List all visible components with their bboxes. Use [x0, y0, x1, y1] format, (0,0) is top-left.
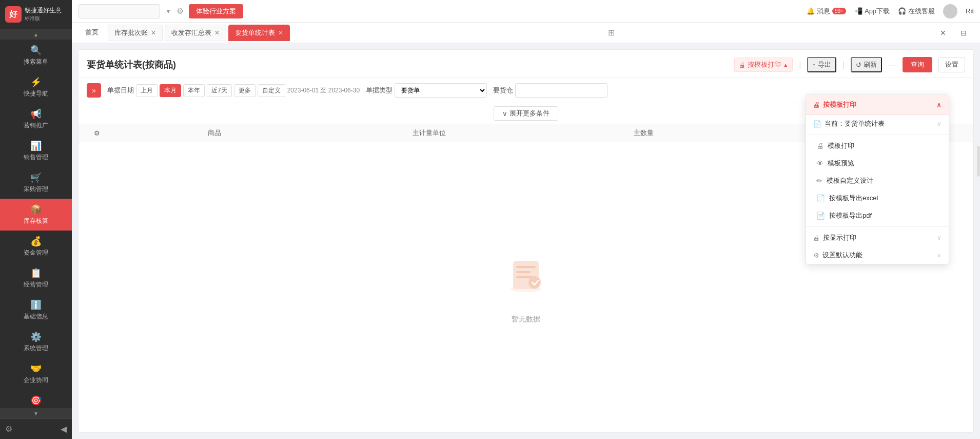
- display-print-chevron: ∨: [937, 234, 942, 241]
- print-display-print-section[interactable]: 🖨 按显示打印 ∨: [806, 229, 949, 246]
- print-template-export-excel-item[interactable]: 📄 按模板导出excel: [806, 189, 949, 207]
- notifications-item[interactable]: 🔔 消息 99+: [807, 7, 846, 16]
- sidebar-item-purchase[interactable]: 🛒 采购管理: [0, 167, 72, 199]
- tab-collection-summary[interactable]: 收发存汇总表 ✕: [165, 25, 226, 41]
- window-maximize-btn[interactable]: ⊟: [953, 23, 974, 43]
- tab-home[interactable]: 首页: [78, 25, 106, 41]
- empty-text: 暂无数据: [512, 315, 540, 324]
- sidebar-item-search[interactable]: 🔍 搜索菜单: [0, 40, 72, 71]
- date-this-month-btn[interactable]: 本月: [160, 84, 181, 97]
- page-header-actions: 🖨 按模板打印 ▲ | ↑ 导出 | ↺ 刷新 ⋯ 查询: [734, 57, 965, 72]
- divider-2: [806, 226, 949, 227]
- sidebar-item-operations[interactable]: 📋 经营管理: [0, 262, 72, 294]
- tab-inventory-batch[interactable]: 库存批次账 ✕: [108, 25, 163, 41]
- username-label: Rit: [966, 7, 974, 15]
- print-dropdown-collapse-icon[interactable]: ∧: [936, 101, 942, 109]
- category-label: 要货仓: [493, 86, 513, 95]
- trial-btn[interactable]: 体验行业方案: [189, 4, 243, 18]
- filter-order-type: 单据类型 要货单: [366, 83, 487, 98]
- template-export-excel-icon: 📄: [816, 194, 825, 202]
- print-dropdown-chevron[interactable]: ▲: [783, 62, 788, 68]
- sidebar-nav: 🔍 搜索菜单 ⚡ 快捷导航 📢 营销推广 📊 销售管理 🛒 采购管理 📦 库存核…: [0, 40, 72, 408]
- sidebar-item-marketing[interactable]: 📢 营销推广: [0, 103, 72, 135]
- topbar-dropdown-icon[interactable]: ▼: [165, 8, 171, 15]
- tab-close-collection-summary[interactable]: ✕: [214, 29, 220, 36]
- svg-point-5: [528, 276, 541, 289]
- date-7days-btn[interactable]: 近7天: [207, 84, 232, 97]
- content-area: 要货单统计表(按商品) 🖨 按模板打印 ▲ | ↑ 导出 | ↺: [72, 43, 980, 439]
- resize-handle[interactable]: [977, 146, 980, 177]
- date-range-display: 2023-06-01 至 2023-06-30: [287, 86, 360, 95]
- online-service-item[interactable]: 🎧 在线客服: [898, 7, 935, 16]
- clipboard-icon: 📋: [30, 268, 42, 279]
- filter-expand-btn[interactable]: »: [87, 83, 101, 98]
- lightning-icon: ⚡: [30, 77, 42, 88]
- sidebar-item-quick-nav[interactable]: ⚡ 快捷导航: [0, 71, 72, 103]
- settings-bottom-icon[interactable]: ⚙: [5, 424, 12, 434]
- sidebar-scroll-down[interactable]: ▼: [0, 408, 72, 418]
- sidebar-scroll-up[interactable]: ▲: [0, 29, 72, 40]
- print-template-export-pdf-item[interactable]: 📄 按模板导出pdf: [806, 207, 949, 224]
- sidebar-item-sales[interactable]: 📊 销售管理: [0, 135, 72, 167]
- gear-icon: ⚙️: [30, 331, 42, 342]
- print-template-print-item[interactable]: 🖨 模板打印: [806, 137, 949, 155]
- empty-illustration: [503, 251, 549, 297]
- svg-rect-3: [516, 271, 531, 273]
- topbar-right: 🔔 消息 99+ 📲 App下载 🎧 在线客服 Rit: [807, 4, 974, 18]
- date-custom-btn[interactable]: 自定义: [258, 84, 285, 97]
- date-more-btn[interactable]: 更多: [234, 84, 256, 97]
- category-input[interactable]: [515, 83, 607, 98]
- order-type-select[interactable]: 要货单: [395, 83, 487, 98]
- sidebar-logo: 好 畅捷通好生意 标准版: [0, 0, 72, 29]
- print-dropdown-header-icon: 🖨: [813, 101, 820, 109]
- filter-category: 要货仓: [493, 83, 607, 98]
- default-func-chevron: ∨: [937, 252, 942, 259]
- print-template-preview-item[interactable]: 👁 模板预览: [806, 155, 949, 172]
- page-title: 要货单统计表(按商品): [87, 59, 176, 71]
- settings-btn[interactable]: 设置: [938, 57, 965, 72]
- sidebar-item-enterprise[interactable]: 🤝 企业协同: [0, 358, 72, 390]
- topbar-search-input[interactable]: [78, 4, 160, 18]
- money-icon: 💰: [30, 236, 42, 247]
- template-export-pdf-icon: 📄: [816, 212, 825, 220]
- sidebar-item-basic[interactable]: ℹ️ 基础信息: [0, 294, 72, 326]
- template-preview-icon: 👁: [816, 159, 824, 167]
- sidebar-item-finance[interactable]: 💰 资金管理: [0, 231, 72, 262]
- app-download-item[interactable]: 📲 App下载: [854, 7, 890, 16]
- current-section-chevron: ∨: [937, 120, 942, 127]
- query-btn[interactable]: 查询: [903, 57, 932, 72]
- date-this-year-btn[interactable]: 本年: [183, 84, 205, 97]
- tab-order-summary[interactable]: 要货单统计表 ✕: [228, 25, 290, 41]
- print-btn[interactable]: 🖨 按模板打印 ▲: [734, 58, 793, 72]
- tab-close-inventory-batch[interactable]: ✕: [151, 29, 156, 36]
- collapse-icon[interactable]: ◀: [61, 424, 67, 434]
- refresh-btn[interactable]: ↺ 刷新: [851, 57, 882, 72]
- headset-icon: 🎧: [898, 7, 906, 15]
- template-print-icon: 🖨: [816, 142, 824, 150]
- sidebar: 好 畅捷通好生意 标准版 ▲ 🔍 搜索菜单 ⚡ 快捷导航 📢 营销推广 📊 销售…: [0, 0, 72, 439]
- chart-icon: 📊: [30, 140, 42, 151]
- export-btn[interactable]: ↑ 导出: [807, 57, 836, 72]
- order-type-label: 单据类型: [366, 86, 393, 95]
- sidebar-item-guide[interactable]: 🎯 新手引导: [0, 390, 72, 408]
- print-default-func-section[interactable]: ⚙ 设置默认功能 ∨: [806, 246, 949, 264]
- print-template-design-item[interactable]: ✏ 模板自定义设计: [806, 172, 949, 189]
- cart-icon: 🛒: [30, 172, 42, 183]
- filter-date-group: 单据日期 上月 本月 本年 近7天 更多 自定义 2023-06-01 至 20…: [107, 84, 360, 97]
- window-close-btn[interactable]: ✕: [933, 23, 953, 43]
- print-dropdown-current-section[interactable]: 📄 当前：要货单统计表 ∨: [806, 115, 949, 132]
- expand-conditions-btn[interactable]: ∨ 展开更多条件: [494, 106, 558, 121]
- expand-chevron-icon: ∨: [502, 110, 507, 118]
- table-settings-icon[interactable]: ⚙: [94, 129, 100, 137]
- tab-expand-btn[interactable]: ⊞: [605, 26, 618, 40]
- sidebar-item-inventory[interactable]: 📦 库存核算: [0, 199, 72, 231]
- date-last-month-btn[interactable]: 上月: [136, 84, 158, 97]
- topbar-settings-icon[interactable]: ⚙: [177, 6, 184, 16]
- sidebar-item-system[interactable]: ⚙️ 系统管理: [0, 326, 72, 358]
- tab-close-order-summary[interactable]: ✕: [278, 29, 283, 36]
- date-label: 单据日期: [107, 86, 134, 95]
- table-col-product: 商品: [107, 128, 322, 138]
- divider-1: [806, 135, 949, 135]
- user-avatar[interactable]: [943, 4, 957, 18]
- page-header: 要货单统计表(按商品) 🖨 按模板打印 ▲ | ↑ 导出 | ↺: [79, 50, 973, 78]
